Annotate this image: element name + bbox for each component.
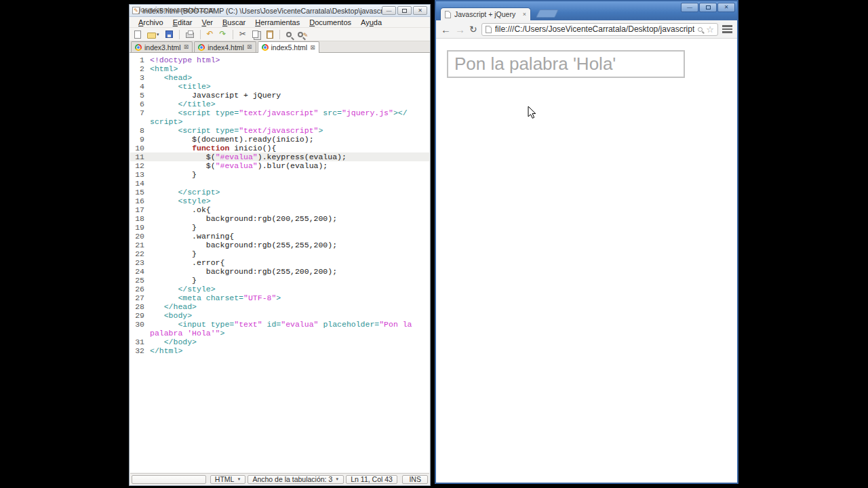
browser-menu-button[interactable] [722,25,732,33]
code-area[interactable]: 1<!doctype html>2<html>3 <head>4 <title>… [130,53,429,472]
copy-button[interactable] [250,30,262,39]
editor-tab-index3-html[interactable]: index3.html⊠ [131,41,193,52]
code-row[interactable]: 20 .warning{ [130,232,429,241]
browser-tab[interactable]: Javascript + jQuery × [440,7,531,20]
code-row[interactable]: 31 </body> [130,338,429,346]
tab-close-icon[interactable]: ⊠ [310,45,315,51]
code-row[interactable]: 14 [130,179,429,188]
code-row[interactable]: 1<!doctype html> [130,56,429,64]
code-row[interactable]: 26 </style> [130,285,429,293]
line-number: 29 [130,311,148,320]
code-text: palabra 'Hola'"> [148,329,224,338]
menu-archivo[interactable]: Archivo [134,18,168,26]
menu-herramientas[interactable]: Herramientas [250,18,304,26]
code-row[interactable]: 32</html> [130,346,429,355]
code-text: } [148,249,197,258]
reload-button[interactable]: ↻ [469,24,477,34]
code-text: </body> [148,338,197,346]
open-icon [147,33,156,39]
menu-ver[interactable]: Ver [197,18,218,26]
code-row[interactable]: 3 <head> [130,73,429,82]
gedit-maximize-button[interactable] [397,6,412,15]
code-row[interactable]: 30 <input type="text" id="evalua" placeh… [130,320,429,329]
code-text: <meta charset="UTF-8"> [148,293,281,302]
code-text: .ok{ [148,205,211,214]
code-text: background:rgb(255,255,200); [148,241,337,249]
line-number: 6 [130,100,148,108]
open-button[interactable]: ▾ [145,30,161,39]
code-text: function inicio(){ [148,144,276,152]
code-row[interactable]: 9 $(document).ready(inicio); [130,135,429,144]
line-number: 28 [130,302,148,311]
find-button[interactable] [284,30,294,38]
editor-tab-index4-html[interactable]: index4.html⊠ [194,41,256,52]
new-document-button[interactable] [132,30,143,39]
save-button[interactable] [163,30,175,39]
evalua-input[interactable] [447,50,685,78]
tab-width-selector[interactable]: Ancho de la tabulación: 3 ▼ [248,475,344,484]
print-button[interactable] [184,30,196,39]
line-number: 27 [130,293,148,302]
code-row[interactable]: 6 </title> [130,100,429,108]
tab-label: index5.html [271,43,308,52]
code-row[interactable]: 27 <meta charset="UTF-8"> [130,293,429,302]
gedit-close-button[interactable]: ✕ [413,6,427,15]
code-row[interactable]: 13 } [130,170,429,179]
code-row[interactable]: 23 .error{ [130,258,429,267]
code-text: } [148,223,197,232]
editor-tab-index5-html[interactable]: index5.html⊠ [258,41,319,53]
browser-close-button[interactable]: ✕ [717,3,735,12]
tab-close-icon[interactable]: ⊠ [184,44,189,50]
url-text[interactable]: file:///C:/Users/JoseVicenteCarratala/De… [495,24,695,34]
menu-documentos[interactable]: Documentos [304,18,356,26]
code-row[interactable]: 25 } [130,276,429,285]
toolbar-separator [233,30,233,39]
code-row[interactable]: 16 <style> [130,197,429,205]
line-number: 30 [130,320,148,329]
dropdown-caret-icon: ▼ [237,477,241,481]
replace-button[interactable]: ✎ [296,30,305,38]
code-row[interactable]: 7 <script type="text/javascript" src="jq… [130,108,429,117]
new-tab-button[interactable] [536,9,559,18]
browser-minimize-button[interactable]: — [681,3,698,12]
code-row[interactable]: 17 .ok{ [130,205,429,214]
tab-label: index4.html [208,43,244,52]
tab-close-icon[interactable]: × [523,12,526,18]
tab-close-icon[interactable]: ⊠ [247,44,252,50]
zoom-icon[interactable] [698,27,703,32]
line-number: 1 [130,56,148,64]
code-row[interactable]: 19 } [130,223,429,232]
code-row[interactable]: 4 <title> [130,82,429,91]
browser-maximize-button[interactable] [699,3,717,12]
code-row[interactable]: 10 function inicio(){ [130,144,429,152]
bookmark-star-icon[interactable]: ☆ [706,25,714,34]
menu-editar[interactable]: Editar [168,18,197,26]
gedit-minimize-button[interactable]: — [382,6,396,15]
undo-button[interactable]: ↶ [205,29,216,39]
code-row[interactable]: 12 $("#evalua").blur(evalua); [130,161,429,170]
code-row[interactable]: 24 background:rgb(255,200,200); [130,267,429,276]
code-row[interactable]: script> [130,117,429,126]
code-row[interactable]: palabra 'Hola'"> [130,329,429,338]
code-row[interactable]: 2<html> [130,64,429,73]
code-row[interactable]: 5 Javascript + jQuery [130,91,429,100]
cut-button[interactable]: ✂ [237,29,248,39]
code-row[interactable]: 11 $("#evalua").keypress(evalua); [130,152,429,161]
code-row[interactable]: 22 } [130,249,429,258]
back-button[interactable]: ← [441,24,451,35]
address-bar[interactable]: file:///C:/Users/JoseVicenteCarratala/De… [481,23,718,36]
forward-button[interactable]: → [455,24,465,35]
code-row[interactable]: 18 background:rgb(200,255,200); [130,214,429,223]
code-row[interactable]: 15 </script> [130,188,429,197]
code-row[interactable]: 8 <script type="text/javascript"> [130,126,429,135]
code-text: $("#evalua").keypress(evalua); [148,152,347,161]
menu-ayuda[interactable]: Ayuda [356,18,387,26]
code-text: background:rgb(255,200,200); [148,267,337,276]
code-row[interactable]: 28 </head> [130,302,429,311]
code-row[interactable]: 29 <body> [130,311,429,320]
menu-buscar[interactable]: Buscar [218,18,250,26]
paste-button[interactable] [264,30,275,39]
language-selector[interactable]: HTML ▼ [210,475,246,484]
code-row[interactable]: 21 background:rgb(255,255,200); [130,241,429,249]
redo-button[interactable]: ↷ [218,29,229,39]
